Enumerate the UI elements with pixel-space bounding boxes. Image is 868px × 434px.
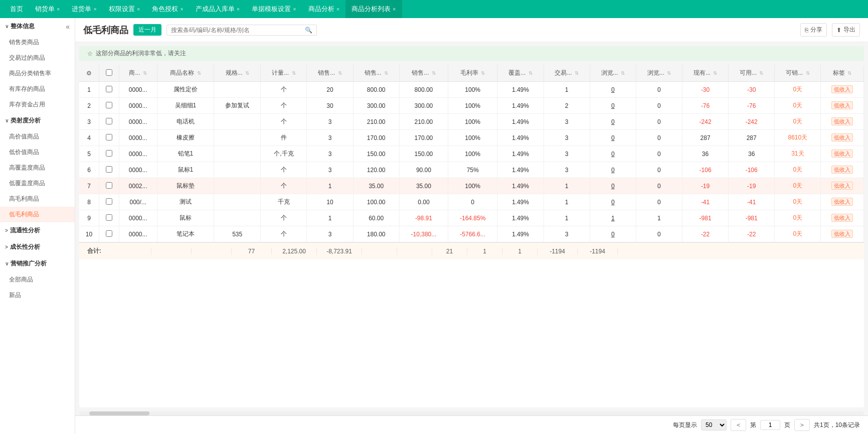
sidebar-group-成长性分析[interactable]: >成长性分析 [0,239,75,255]
col-sales-amount[interactable]: 销售... ⇅ [353,65,399,82]
views-link[interactable]: 0 [611,134,615,141]
sidebar-item-全部商品[interactable]: 全部商品 [0,272,75,287]
nav-item-产成品入库单[interactable]: 产成品入库单× [190,0,246,18]
row-views1[interactable]: 1 [590,210,636,226]
views-link[interactable]: 0 [611,199,615,206]
col-tag[interactable]: 标签 ⇅ [821,65,864,82]
row-select-checkbox[interactable] [106,230,112,237]
close-icon[interactable]: × [293,6,296,12]
sidebar-item-低毛利商品[interactable]: 低毛利商品 [0,207,75,222]
views-link[interactable]: 0 [611,102,615,109]
col-code[interactable]: 商... ⇅ [119,65,157,82]
sidebar-item-低覆盖度商品[interactable]: 低覆盖度商品 [0,176,75,191]
row-select-checkbox[interactable] [106,102,112,108]
row-checkbox[interactable] [99,82,119,98]
col-name[interactable]: 商品名称 ⇅ [157,65,214,82]
row-views1[interactable]: 0 [590,162,636,178]
nav-item-商品分析[interactable]: 商品分析× [302,0,345,18]
row-checkbox[interactable] [99,98,119,114]
sidebar-group-整体信息[interactable]: ∨整体信息« [0,18,75,35]
row-views1[interactable]: 0 [590,226,636,242]
export-button[interactable]: ⬆ 导出 [832,23,860,37]
sidebar-item-有库存的商品[interactable]: 有库存的商品 [0,81,75,97]
select-all-checkbox[interactable] [106,69,112,76]
views-link[interactable]: 0 [611,118,615,125]
row-views1[interactable]: 0 [590,114,636,130]
row-select-checkbox[interactable] [106,182,112,189]
nav-item-销货单[interactable]: 销货单× [29,0,66,18]
nav-item-进货单[interactable]: 进货单× [66,0,102,18]
row-select-checkbox[interactable] [106,166,112,173]
col-current-stock[interactable]: 现有... ⇅ [682,65,728,82]
row-checkbox[interactable] [99,194,119,210]
col-sales-count[interactable]: 销售... ⇅ [307,65,353,82]
sidebar-item-高覆盖度商品[interactable]: 高覆盖度商品 [0,160,75,176]
row-select-checkbox[interactable] [106,150,112,157]
row-checkbox[interactable] [99,178,119,194]
row-checkbox[interactable] [99,114,119,130]
close-icon[interactable]: × [336,6,339,12]
col-unit[interactable]: 计量... ⇅ [261,65,307,82]
row-checkbox[interactable] [99,226,119,242]
row-checkbox[interactable] [99,130,119,146]
col-available-stock[interactable]: 可用... ⇅ [729,65,775,82]
close-icon[interactable]: × [57,6,60,12]
row-views1[interactable]: 0 [590,146,636,162]
close-icon[interactable]: × [137,6,140,12]
row-select-checkbox[interactable] [106,214,112,221]
row-select-checkbox[interactable] [106,118,112,124]
sidebar-group-营销推广分析[interactable]: ∨营销推广分析 [0,255,75,272]
share-button[interactable]: ⎘ 分享 [800,23,827,37]
row-checkbox[interactable] [99,162,119,178]
search-input[interactable] [171,27,303,34]
sidebar-item-低价值商品[interactable]: 低价值商品 [0,144,75,160]
row-views1[interactable]: 0 [590,98,636,114]
views-link[interactable]: 0 [611,231,615,238]
horizontal-scrollbar[interactable] [79,411,864,415]
sidebar-item-商品分类销售率[interactable]: 商品分类销售率 [0,66,75,81]
nav-item-单据模板设置[interactable]: 单据模板设置× [246,0,302,18]
col-transactions[interactable]: 交易... ⇅ [544,65,590,82]
row-views1[interactable]: 0 [590,82,636,98]
views-link[interactable]: 0 [611,183,615,190]
nav-item-角色授权[interactable]: 角色授权× [146,0,189,18]
col-views1[interactable]: 浏览... ⇅ [590,65,636,82]
sidebar-group-类射度分析[interactable]: ∨类射度分析 [0,112,75,129]
views-link[interactable]: 0 [611,151,615,158]
sidebar-item-高毛利商品[interactable]: 高毛利商品 [0,191,75,207]
views-link[interactable]: 0 [611,167,615,174]
nav-item-权限设置[interactable]: 权限设置× [103,0,146,18]
collapse-sidebar-button[interactable]: « [66,23,70,31]
sidebar-item-交易过的商品[interactable]: 交易过的商品 [0,50,75,66]
nav-item-商品分析列表[interactable]: 商品分析列表× [345,0,402,18]
sidebar-item-销售类商品[interactable]: 销售类商品 [0,35,75,50]
search-icon[interactable]: 🔍 [305,27,312,34]
row-select-checkbox[interactable] [106,134,112,140]
row-checkbox[interactable] [99,146,119,162]
sidebar-item-库存资金占用[interactable]: 库存资金占用 [0,97,75,112]
views-link[interactable]: 0 [611,86,615,93]
close-icon[interactable]: × [237,6,240,12]
col-settings[interactable]: ⚙ [79,65,99,82]
sidebar-group-流通性分析[interactable]: >流通性分析 [0,222,75,239]
row-views1[interactable]: 0 [590,194,636,210]
sidebar-item-新品[interactable]: 新品 [0,287,75,303]
next-page-button[interactable]: ＞ [794,419,810,431]
col-sales-profit[interactable]: 销售... ⇅ [399,65,448,82]
row-select-checkbox[interactable] [106,86,112,92]
page-size-select[interactable]: 50 20 100 [701,419,727,430]
row-select-checkbox[interactable] [106,198,112,205]
page-number-input[interactable] [760,420,780,430]
sidebar-item-高价值商品[interactable]: 高价值商品 [0,129,75,144]
row-views1[interactable]: 0 [590,178,636,194]
col-gross-margin[interactable]: 毛利率 ⇅ [448,65,497,82]
scrollbar-thumb[interactable] [89,411,149,415]
row-views1[interactable]: 0 [590,130,636,146]
close-icon[interactable]: × [93,6,96,12]
close-icon[interactable]: × [180,6,183,12]
row-checkbox[interactable] [99,210,119,226]
views-link[interactable]: 1 [611,215,615,222]
prev-page-button[interactable]: ＜ [731,419,746,431]
period-button[interactable]: 近一月 [133,24,161,36]
col-views2[interactable]: 浏览... ⇅ [636,65,682,82]
